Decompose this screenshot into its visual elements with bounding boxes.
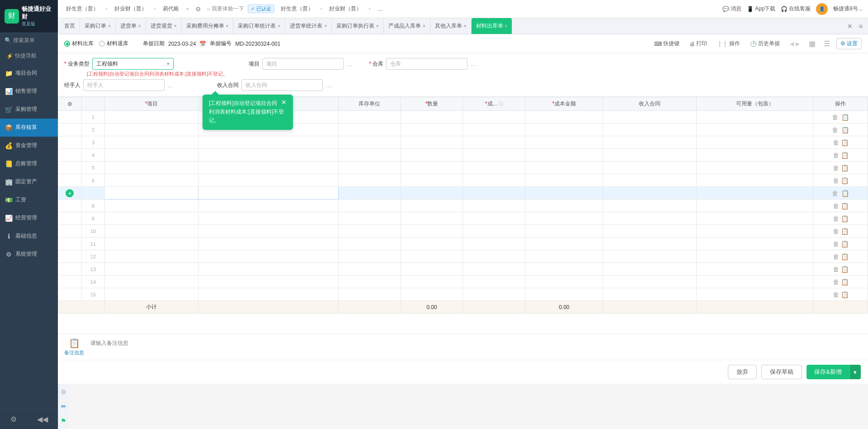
row-qty-2[interactable] <box>401 124 463 136</box>
tooltip-close-btn[interactable]: ✕ <box>281 99 287 105</box>
biz-type-input[interactable]: 工程领料 ▾ <box>92 58 174 70</box>
topbar-nav-more[interactable]: … <box>375 6 386 12</box>
tab-incoming-stat[interactable]: 进货单统计表 × <box>285 18 332 34</box>
row-copy-10[interactable]: 📋 <box>840 228 849 235</box>
save-new-main-button[interactable]: 保存&新增 <box>807 365 849 379</box>
sidebar-item-purchase[interactable]: 🛒 采购管理 <box>0 100 58 119</box>
row-copy-7[interactable]: 📋 <box>840 190 850 197</box>
tab-purchase-exec-close[interactable]: × <box>376 24 379 29</box>
save-draft-button[interactable]: 保存草稿 <box>761 365 802 379</box>
handler-more-icon[interactable]: … <box>167 81 174 89</box>
user-avatar[interactable]: 👤 <box>816 3 828 15</box>
tab-purchase-stat-close[interactable]: × <box>278 24 280 29</box>
row-copy-9[interactable]: 📋 <box>840 215 849 222</box>
sidebar-item-ops-mgmt[interactable]: 📈 经营管理 <box>0 209 58 227</box>
ops-btn[interactable]: ⋮⋮ 操作 <box>714 38 743 49</box>
page-settings-btn[interactable]: ⚙ 设置 <box>836 38 862 49</box>
active-row-goods[interactable] <box>198 187 338 200</box>
active-row-project[interactable] <box>105 187 198 200</box>
row-delete-1[interactable]: 🗑 <box>831 114 839 121</box>
topbar-gear-icon[interactable]: ⚙ <box>195 5 201 13</box>
row-delete-2[interactable]: 🗑 <box>831 126 839 133</box>
grid-view-icon[interactable]: ▦ <box>807 38 817 49</box>
add-row-btn[interactable]: + <box>66 189 74 197</box>
radio-material-outbound[interactable]: 材料出库 <box>64 40 94 48</box>
print-btn[interactable]: 🖨 打印 <box>687 38 710 49</box>
calendar-icon[interactable]: 📅 <box>199 41 206 47</box>
notes-icon-area[interactable]: 📋 备注信息 <box>64 338 84 356</box>
row-project-2[interactable] <box>105 124 198 136</box>
row-delete-6[interactable]: 🗑 <box>832 177 840 184</box>
list-view-icon[interactable]: ☰ <box>822 38 832 49</box>
tab-material-outbound-close[interactable]: × <box>505 24 508 29</box>
row-delete-3[interactable]: 🗑 <box>832 139 840 146</box>
row-copy-8[interactable]: 📋 <box>840 202 849 210</box>
sidebar-item-sales[interactable]: 📊 销售管理 <box>0 82 58 100</box>
tab-purchase-order-close[interactable]: × <box>108 24 111 29</box>
project-more-icon[interactable]: … <box>346 60 353 67</box>
right-panel-flag-icon[interactable]: ⚑ <box>59 415 68 426</box>
income-contract-more-icon[interactable]: … <box>326 81 332 89</box>
topbar-username[interactable]: 畅捷通8号... <box>833 5 863 13</box>
right-panel-settings-icon[interactable]: ⚙ <box>59 386 68 397</box>
topbar-nav-good-finance[interactable]: 好业财（普） <box>112 5 150 13</box>
sidebar-item-quick-nav[interactable]: ⚡ 快捷导航 <box>0 48 58 64</box>
row-delete-13[interactable]: 🗑 <box>832 266 840 273</box>
tab-product-stock-close[interactable]: × <box>423 24 425 29</box>
notes-textarea[interactable] <box>89 338 862 354</box>
income-contract-input[interactable]: 收入合同 <box>241 79 323 91</box>
warehouse-input[interactable]: 仓库 <box>386 58 467 70</box>
row-delete-5[interactable]: 🗑 <box>832 164 840 172</box>
row-copy-12[interactable]: 📋 <box>840 253 849 260</box>
shortcut-btn[interactable]: ⌨ 快捷键 <box>651 38 682 49</box>
tab-purchase-order[interactable]: 采购订单 × <box>80 18 116 34</box>
collapse-icon[interactable]: ◀◀ <box>33 413 52 425</box>
sidebar-item-ledger[interactable]: 📒 总账管理 <box>0 155 58 173</box>
tab-purchase-fee-close[interactable]: × <box>226 24 229 29</box>
tab-other-stock[interactable]: 其他入库单 × <box>430 18 472 34</box>
handler-input[interactable]: 经手人 <box>83 79 165 91</box>
row-delete-11[interactable]: 🗑 <box>832 240 840 248</box>
topbar-app-download-btn[interactable]: 📱 App下载 <box>747 5 775 13</box>
radio-material-return[interactable]: 材料退库 <box>99 40 128 48</box>
row-project-1[interactable] <box>105 111 198 124</box>
tab-purchase-stat[interactable]: 采购订单统计表 × <box>233 18 285 34</box>
row-delete-9[interactable]: 🗑 <box>832 215 840 222</box>
row-copy-11[interactable]: 📋 <box>840 240 849 248</box>
sidebar-item-salary[interactable]: 💵 工资 <box>0 191 58 209</box>
tab-incoming-stat-close[interactable]: × <box>324 24 327 29</box>
warehouse-more-icon[interactable]: … <box>470 60 476 67</box>
tab-incoming-close[interactable]: × <box>138 24 141 29</box>
topbar-trial[interactable]: ○ 我要体验一下 <box>207 5 244 13</box>
topbar-nav-good-biz[interactable]: 好生意（普） <box>63 5 101 13</box>
row-delete-8[interactable]: 🗑 <box>832 202 840 210</box>
sidebar-item-system[interactable]: ⚙ 系统管理 <box>0 245 58 263</box>
col-gear[interactable]: ⚙ <box>58 97 82 111</box>
row-copy-13[interactable]: 📋 <box>840 266 849 273</box>
tab-incoming-return-close[interactable]: × <box>174 24 177 29</box>
topbar-verified-badge[interactable]: ✓ 已认证 <box>248 5 274 13</box>
tab-incoming[interactable]: 进货单 × <box>116 18 146 34</box>
row-cost-1[interactable] <box>463 111 525 124</box>
tab-other-stock-close[interactable]: × <box>464 24 467 29</box>
topbar-nav-agent[interactable]: 易代账 <box>160 5 182 13</box>
row-delete-10[interactable]: 🗑 <box>832 228 840 235</box>
tab-purchase-fee[interactable]: 采购费用分摊单 × <box>182 18 234 34</box>
project-input[interactable]: 项目 <box>262 58 344 70</box>
tab-material-outbound[interactable]: 材料出库单 × <box>472 18 513 34</box>
tab-list-btn[interactable]: ≡ <box>857 22 864 31</box>
sidebar-item-inventory[interactable]: 📦 库存核算 <box>0 119 58 137</box>
row-delete-4[interactable]: 🗑 <box>832 152 840 159</box>
row-qty-1[interactable] <box>401 111 463 124</box>
history-btn[interactable]: 🕐 历史单据 <box>747 38 783 49</box>
settings-gear-icon[interactable]: ⚙ <box>7 413 20 425</box>
topbar-service-btn[interactable]: 🎧 在线客服 <box>781 5 811 13</box>
discard-button[interactable]: 放弃 <box>728 365 757 379</box>
tab-home[interactable]: 首页 <box>60 18 80 34</box>
topbar-message-btn[interactable]: 💬 消息 <box>722 5 741 13</box>
row-delete-14[interactable]: 🗑 <box>832 278 840 286</box>
tab-close-all-btn[interactable]: ✕ <box>845 22 854 31</box>
sidebar-item-project-contract[interactable]: 📁 项目合同 <box>0 64 58 82</box>
row-income-contract-2[interactable] <box>603 124 697 136</box>
row-delete-7[interactable]: 🗑 <box>831 190 839 197</box>
